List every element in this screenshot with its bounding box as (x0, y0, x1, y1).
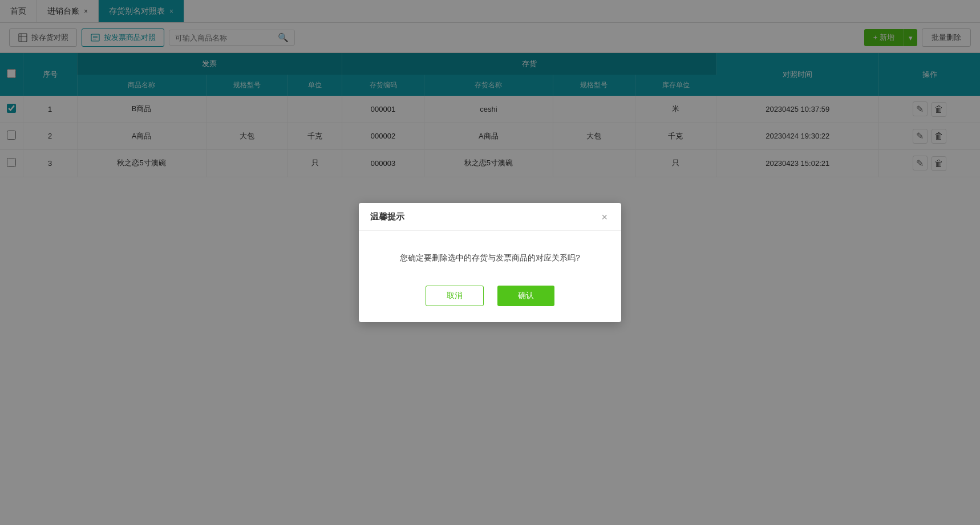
modal-cancel-label: 取消 (447, 291, 463, 300)
modal-dialog: 温馨提示 × 您确定要删除选中的存货与发票商品的对应关系吗? 取消 确认 (359, 203, 621, 322)
modal-close-button[interactable]: × (599, 211, 610, 223)
modal-confirm-label: 确认 (518, 291, 534, 300)
modal-body: 您确定要删除选中的存货与发票商品的对应关系吗? (359, 231, 621, 280)
modal-header: 温馨提示 × (359, 203, 621, 231)
modal-confirm-button[interactable]: 确认 (497, 286, 554, 306)
modal-title: 温馨提示 (370, 211, 404, 222)
modal-overlay: 温馨提示 × 您确定要删除选中的存货与发票商品的对应关系吗? 取消 确认 (0, 0, 980, 525)
modal-message: 您确定要删除选中的存货与发票商品的对应关系吗? (400, 253, 580, 262)
modal-footer: 取消 确认 (359, 280, 621, 322)
modal-cancel-button[interactable]: 取消 (426, 286, 484, 306)
